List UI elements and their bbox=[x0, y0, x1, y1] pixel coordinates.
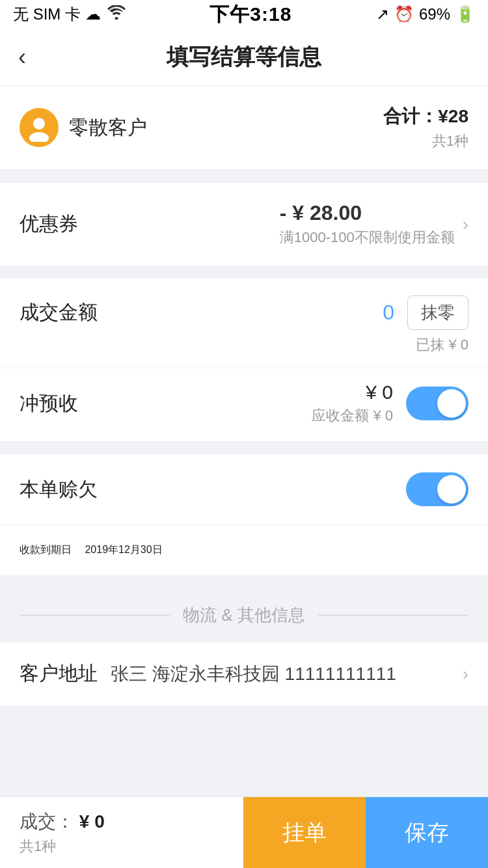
status-time: 下午3:18 bbox=[210, 1, 291, 28]
logistics-label: 物流 & 其他信息 bbox=[170, 604, 318, 627]
coupon-discount: - ¥ 28.00 bbox=[280, 201, 455, 225]
no-sim-label: 无 SIM 卡 ☁ bbox=[13, 4, 101, 25]
round-off-button[interactable]: 抹零 bbox=[407, 295, 468, 330]
page-title: 填写结算等信息 bbox=[167, 42, 321, 72]
coupon-right: - ¥ 28.00 满1000-100不限制使用金额 › bbox=[280, 201, 468, 247]
divider-line-right bbox=[318, 615, 468, 616]
deal-section: 成交金额 0 抹零 已抹 ¥ 0 冲预收 ¥ 0 应收金额 ¥ 0 bbox=[0, 278, 488, 441]
duedate-value: 2019年12月30日 bbox=[85, 544, 162, 555]
precollect-values: ¥ 0 应收金额 ¥ 0 bbox=[312, 381, 393, 426]
coupon-row[interactable]: 优惠券 - ¥ 28.00 满1000-100不限制使用金额 › bbox=[0, 182, 488, 265]
bottom-summary: 成交： ¥ 0 共1种 bbox=[0, 809, 243, 856]
toggle-knob bbox=[437, 389, 466, 418]
precollect-desc: 应收金额 ¥ 0 bbox=[312, 406, 393, 426]
address-section: 客户地址 张三 海淀永丰科技园 11111111111 › bbox=[0, 642, 488, 705]
location-icon: ↗ bbox=[376, 5, 389, 23]
divider-line-left bbox=[20, 615, 170, 616]
coupon-section: 优惠券 - ¥ 28.00 满1000-100不限制使用金额 › bbox=[0, 182, 488, 265]
summary-label: 成交： bbox=[20, 811, 74, 832]
credit-section: 本单赊欠 收款到期日 2019年12月30日 bbox=[0, 454, 488, 575]
coupon-desc: 满1000-100不限制使用金额 bbox=[280, 228, 455, 247]
status-left: 无 SIM 卡 ☁ bbox=[13, 4, 126, 25]
svg-point-1 bbox=[29, 132, 49, 142]
customer-row: 零散客户 合计：¥28 共1种 bbox=[0, 86, 488, 169]
summary-amount: ¥ 0 bbox=[79, 811, 105, 832]
summary-count: 共1种 bbox=[20, 837, 224, 856]
bottom-bar: 成交： ¥ 0 共1种 挂单 保存 bbox=[0, 796, 488, 868]
customer-name: 零散客户 bbox=[69, 115, 147, 141]
duedate-label: 收款到期日 bbox=[20, 544, 72, 555]
total-amount: 合计：¥28 bbox=[383, 104, 468, 129]
alarm-icon: ⏰ bbox=[394, 5, 414, 23]
address-chevron-icon: › bbox=[463, 664, 468, 685]
address-label: 客户地址 bbox=[20, 660, 98, 687]
precollect-right: ¥ 0 应收金额 ¥ 0 bbox=[312, 381, 468, 426]
address-row[interactable]: 客户地址 张三 海淀永丰科技园 11111111111 › bbox=[0, 642, 488, 705]
address-value: 张三 海淀永丰科技园 11111111111 bbox=[111, 662, 463, 686]
coupon-label: 优惠券 bbox=[20, 211, 78, 237]
back-button[interactable]: ‹ bbox=[18, 44, 26, 71]
avatar bbox=[20, 108, 59, 147]
deal-amount-row: 成交金额 0 抹零 bbox=[0, 278, 488, 335]
customer-total: 合计：¥28 共1种 bbox=[383, 104, 468, 151]
wifi-icon bbox=[107, 5, 126, 23]
credit-row: 本单赊欠 bbox=[0, 454, 488, 524]
battery-label: 69% bbox=[419, 5, 450, 23]
precollect-amount: ¥ 0 bbox=[312, 381, 393, 403]
customer-left: 零散客户 bbox=[20, 108, 147, 147]
svg-point-0 bbox=[33, 118, 45, 129]
save-button[interactable]: 保存 bbox=[366, 797, 488, 869]
deal-right: 0 抹零 bbox=[383, 295, 468, 330]
nav-bar: ‹ 填写结算等信息 bbox=[0, 29, 488, 86]
battery-icon: 🔋 bbox=[455, 5, 475, 23]
pending-button[interactable]: 挂单 bbox=[243, 797, 366, 869]
status-bar: 无 SIM 卡 ☁ 下午3:18 ↗ ⏰ 69% 🔋 bbox=[0, 0, 488, 29]
coupon-info: - ¥ 28.00 满1000-100不限制使用金额 bbox=[280, 201, 455, 247]
deal-amount-value: 0 bbox=[383, 301, 394, 325]
deal-amount-label: 成交金额 bbox=[20, 299, 98, 326]
status-right: ↗ ⏰ 69% 🔋 bbox=[376, 5, 475, 23]
precollect-label: 冲预收 bbox=[20, 390, 78, 417]
duedate-row: 收款到期日 2019年12月30日 bbox=[0, 524, 488, 575]
credit-toggle[interactable] bbox=[406, 472, 468, 506]
precollect-toggle[interactable] bbox=[406, 387, 468, 420]
credit-label: 本单赊欠 bbox=[20, 476, 98, 503]
total-count: 共1种 bbox=[383, 131, 468, 151]
precollect-row: 冲预收 ¥ 0 应收金额 ¥ 0 bbox=[0, 368, 488, 441]
bottom-summary-top: 成交： ¥ 0 bbox=[20, 809, 224, 834]
deal-sub-text: 已抹 ¥ 0 bbox=[0, 335, 488, 368]
logistics-divider: 物流 & 其他信息 bbox=[0, 588, 488, 642]
credit-toggle-knob bbox=[437, 475, 466, 504]
chevron-right-icon: › bbox=[463, 214, 468, 235]
